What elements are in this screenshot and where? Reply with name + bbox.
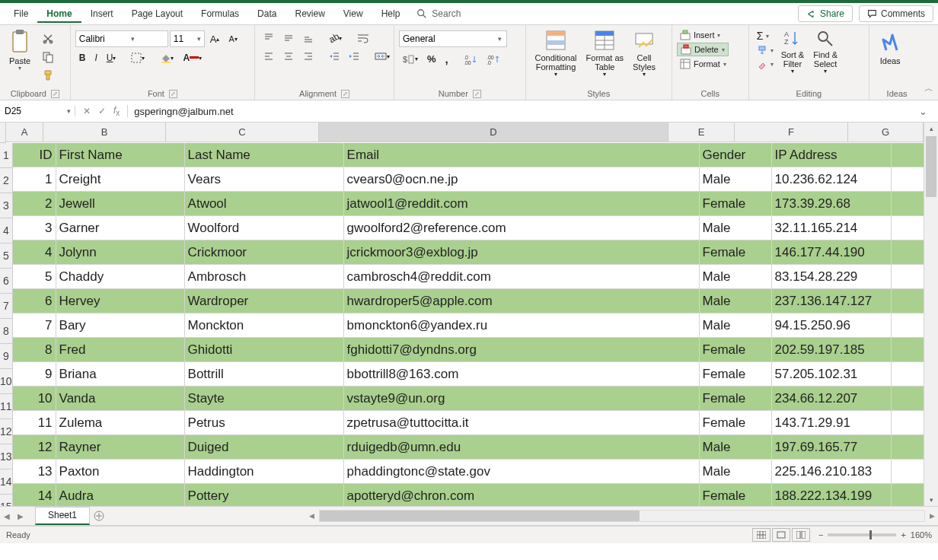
row-head-15[interactable]: 15 — [0, 495, 13, 506]
cell[interactable]: Male — [700, 435, 772, 460]
cell[interactable] — [892, 167, 924, 192]
row-head-10[interactable]: 10 — [0, 369, 13, 394]
row-head-13[interactable]: 13 — [0, 444, 13, 469]
cell[interactable]: Wardroper — [185, 289, 344, 313]
comma-format-button[interactable]: , — [442, 50, 452, 68]
cell[interactable]: Pottery — [185, 484, 344, 506]
cell[interactable]: 4 — [13, 240, 56, 265]
share-button[interactable]: Share — [798, 5, 853, 22]
zoom-out-button[interactable]: − — [818, 530, 823, 539]
row-head-11[interactable]: 11 — [0, 394, 13, 419]
increase-indent-button[interactable] — [345, 49, 363, 64]
cell[interactable]: Zulema — [56, 411, 185, 435]
menu-tab-data[interactable]: Data — [248, 5, 286, 23]
cell[interactable]: 14 — [13, 484, 56, 506]
cancel-formula-icon[interactable]: ✕ — [83, 106, 91, 116]
select-all-button[interactable] — [0, 123, 6, 143]
dialog-launcher-icon[interactable]: ⤢ — [473, 90, 481, 98]
fill-button[interactable]: ▾ — [754, 44, 777, 56]
number-format-combo[interactable]: ▾ — [399, 30, 507, 47]
cell[interactable]: 234.66.12.207 — [772, 387, 892, 411]
page-break-view-button[interactable] — [792, 528, 810, 542]
underline-button[interactable]: U▾ — [103, 50, 120, 65]
cell[interactable]: 188.222.134.199 — [772, 484, 892, 506]
header-cell[interactable] — [892, 143, 924, 167]
row-head-12[interactable]: 12 — [0, 419, 13, 444]
cell[interactable]: 197.69.165.77 — [772, 435, 892, 460]
cell[interactable]: Male — [700, 460, 772, 484]
fx-icon[interactable]: fx — [113, 105, 120, 117]
cell[interactable]: Audra — [56, 484, 185, 506]
menu-tab-insert[interactable]: Insert — [81, 5, 123, 23]
menu-tab-formulas[interactable]: Formulas — [192, 5, 248, 23]
cell[interactable] — [892, 435, 924, 460]
cell[interactable]: Male — [700, 289, 772, 313]
col-head-C[interactable]: C — [166, 123, 319, 142]
insert-cells-button[interactable]: Insert▾ — [677, 29, 724, 41]
font-name-combo[interactable]: ▾ — [75, 30, 168, 47]
cell[interactable]: 225.146.210.183 — [772, 460, 892, 484]
cell[interactable]: rduigedb@umn.edu — [344, 435, 700, 460]
cell[interactable] — [892, 460, 924, 484]
cell[interactable] — [892, 387, 924, 411]
cell[interactable]: 237.136.147.127 — [772, 289, 892, 313]
cell[interactable]: Garner — [56, 216, 185, 240]
menu-tab-view[interactable]: View — [334, 5, 372, 23]
cell[interactable]: bmonckton6@yandex.ru — [344, 313, 700, 338]
cell[interactable] — [892, 289, 924, 313]
cell[interactable]: 13 — [13, 460, 56, 484]
cell[interactable]: Female — [700, 240, 772, 265]
cell[interactable]: 202.59.197.185 — [772, 338, 892, 362]
cell[interactable]: 9 — [13, 362, 56, 387]
align-center-button[interactable] — [279, 49, 298, 64]
cell[interactable]: Crickmoor — [185, 240, 344, 265]
menu-tab-review[interactable]: Review — [286, 5, 333, 23]
header-cell[interactable]: Email — [344, 143, 700, 167]
comments-button[interactable]: Comments — [859, 5, 933, 22]
ideas-button[interactable]: Ideas — [874, 27, 906, 67]
row-head-6[interactable]: 6 — [0, 269, 13, 294]
cell[interactable]: Bottrill — [185, 362, 344, 387]
cell[interactable]: Rayner — [56, 435, 185, 460]
align-middle-button[interactable] — [279, 30, 298, 46]
font-size-combo[interactable]: ▾ — [170, 30, 205, 47]
sort-filter-button[interactable]: AZ Sort & Filter▾ — [777, 27, 809, 77]
align-left-button[interactable] — [260, 49, 278, 64]
cell[interactable]: Female — [700, 338, 772, 362]
cell[interactable]: 8 — [13, 338, 56, 362]
header-cell[interactable]: ID — [13, 143, 56, 167]
row-head-3[interactable]: 3 — [0, 193, 13, 218]
zoom-in-button[interactable]: + — [901, 530, 905, 539]
col-head-E[interactable]: E — [668, 123, 735, 142]
cell[interactable]: apotteryd@chron.com — [344, 484, 700, 506]
orientation-button[interactable]: ab▾ — [325, 30, 346, 46]
cell[interactable]: 173.39.29.68 — [772, 192, 892, 216]
page-layout-view-button[interactable] — [772, 528, 790, 542]
col-head-G[interactable]: G — [848, 123, 924, 142]
collapse-ribbon-button[interactable]: ︿ — [924, 82, 933, 95]
cell[interactable]: Bary — [56, 313, 185, 338]
enter-formula-icon[interactable]: ✓ — [98, 106, 106, 116]
cell[interactable]: Female — [700, 362, 772, 387]
cell[interactable] — [892, 411, 924, 435]
col-head-A[interactable]: A — [6, 123, 43, 142]
cell[interactable]: Creight — [56, 167, 185, 192]
cell[interactable]: 6 — [13, 289, 56, 313]
cell[interactable]: 10.236.62.124 — [772, 167, 892, 192]
cell[interactable]: Male — [700, 216, 772, 240]
decrease-indent-button[interactable] — [325, 49, 343, 64]
row-head-7[interactable]: 7 — [0, 294, 13, 319]
row-head-5[interactable]: 5 — [0, 243, 13, 269]
increase-decimal-button[interactable]: .0.00 — [460, 52, 481, 67]
bold-button[interactable]: B — [75, 50, 90, 65]
row-head-14[interactable]: 14 — [0, 469, 13, 495]
zoom-slider[interactable] — [828, 533, 896, 536]
cell[interactable]: Monckton — [185, 313, 344, 338]
decrease-decimal-button[interactable]: .00.0 — [483, 52, 504, 67]
borders-button[interactable]: ▾ — [127, 50, 148, 65]
cell[interactable]: Female — [700, 192, 772, 216]
col-head-D[interactable]: D — [319, 123, 668, 142]
accounting-format-button[interactable]: $▾ — [399, 52, 422, 67]
cell[interactable]: Woolford — [185, 216, 344, 240]
row-head-2[interactable]: 2 — [0, 168, 13, 193]
